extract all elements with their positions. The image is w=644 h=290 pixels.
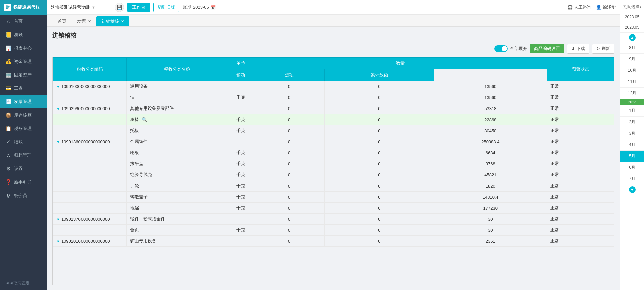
tab-reconcile[interactable]: 进销稽核 ✕ bbox=[96, 16, 129, 26]
sidebar-item-label: 报表中心 bbox=[14, 45, 32, 51]
period-12[interactable]: 12月 bbox=[620, 88, 644, 99]
td-purchase: 0 bbox=[325, 192, 434, 203]
sidebar-item-label: 库存核算 bbox=[14, 112, 32, 118]
period-item-2023-05-1[interactable]: 2023.05 bbox=[620, 12, 644, 22]
td-unit: 千克 bbox=[227, 114, 254, 125]
invoices-icon: 🧾 bbox=[5, 99, 11, 105]
period-6[interactable]: 6月 bbox=[620, 162, 644, 173]
sidebar-item-archive[interactable]: 🗂 归档管理 bbox=[0, 149, 47, 162]
workbench-button[interactable]: 工作台 bbox=[127, 3, 150, 12]
sidebar-pin-toggle[interactable]: ◄◄取消固定 bbox=[0, 276, 47, 290]
sidebar-item-home[interactable]: ⌂ 首页 bbox=[0, 15, 47, 28]
sidebar-item-invoices[interactable]: 🧾 发票管理 bbox=[0, 95, 47, 108]
td-sales: 0 bbox=[254, 225, 325, 236]
table-row: ▼10902010000000000000 矿山专用设备 0 0 2361 正常 bbox=[53, 236, 614, 247]
tab-home[interactable]: 首页 bbox=[52, 16, 72, 26]
sidebar-item-label: 结账 bbox=[14, 139, 23, 145]
period-7[interactable]: 7月 bbox=[620, 173, 644, 185]
period-4[interactable]: 4月 bbox=[620, 139, 644, 151]
period-2[interactable]: 2月 bbox=[620, 117, 644, 128]
company-selector[interactable]: 沈海英测试经营勿删 ▼ bbox=[51, 4, 111, 10]
tab-invoice-close[interactable]: ✕ bbox=[88, 19, 91, 24]
topbar-save-btn[interactable]: 💾 bbox=[115, 3, 124, 12]
td-purchase: 0 bbox=[325, 81, 434, 92]
td-code: ▼10901360000000000000 bbox=[53, 136, 127, 147]
download-button[interactable]: ⬇ 下载 bbox=[567, 44, 589, 54]
period-8[interactable]: 8月 bbox=[620, 42, 644, 54]
toolbar: 全部展开 商品编码设置 ⬇ 下载 ↻ 刷新 bbox=[52, 44, 614, 54]
scroll-down-arrow[interactable]: ▼ bbox=[629, 186, 636, 193]
year-2023[interactable]: 2023 bbox=[620, 99, 644, 105]
th-unit: 单位 bbox=[227, 58, 254, 69]
search-icon[interactable]: 🔍 bbox=[142, 117, 147, 122]
switch-old-button[interactable]: 切到旧版 bbox=[153, 3, 179, 12]
td-unit: 千克 bbox=[227, 169, 254, 180]
sidebar-item-guide[interactable]: ❓ 新手引导 bbox=[0, 175, 47, 189]
td-name: 手轮 bbox=[127, 180, 227, 192]
sidebar-item-funds[interactable]: 💰 资金管理 bbox=[0, 55, 47, 68]
td-total: 177230 bbox=[434, 203, 547, 214]
sidebar-item-assets[interactable]: 🏢 固定资产 bbox=[0, 68, 47, 82]
period-5[interactable]: 5月 bbox=[620, 151, 644, 162]
td-name: 托板 bbox=[127, 125, 227, 136]
tab-invoice[interactable]: 发票 ✕ bbox=[72, 16, 96, 26]
td-name: 金属铸件 bbox=[127, 136, 227, 147]
td-purchase: 0 bbox=[325, 180, 434, 192]
expand-icon[interactable]: ▼ bbox=[56, 239, 60, 243]
expand-icon[interactable]: ▼ bbox=[56, 217, 60, 221]
expand-icon[interactable]: ▼ bbox=[56, 107, 60, 111]
tab-home-label: 首页 bbox=[58, 18, 66, 24]
sidebar-item-payroll[interactable]: 💳 工资 bbox=[0, 82, 47, 95]
sidebar-item-ledger[interactable]: 📒 总账 bbox=[0, 28, 47, 42]
td-status: 正常 bbox=[547, 92, 614, 103]
sidebar-item-settle[interactable]: ✓ 结账 bbox=[0, 135, 47, 149]
chevron-icon: › bbox=[640, 5, 641, 9]
period-3[interactable]: 3月 bbox=[620, 128, 644, 139]
td-sales: 0 bbox=[254, 180, 325, 192]
td-purchase: 0 bbox=[325, 214, 434, 225]
ledger-icon: 📒 bbox=[5, 32, 11, 38]
product-code-settings-button[interactable]: 商品编码设置 bbox=[530, 44, 564, 53]
guide-icon: ❓ bbox=[5, 179, 11, 185]
sidebar-item-tax[interactable]: 📋 税务管理 bbox=[0, 122, 47, 135]
sidebar: 财 畅捷通易代账 ⌂ 首页 📒 总账 📊 报表中心 💰 资金管理 🏢 固定资产 … bbox=[0, 0, 47, 290]
period-11[interactable]: 11月 bbox=[620, 76, 644, 88]
sidebar-item-reports[interactable]: 📊 报表中心 bbox=[0, 42, 47, 55]
sidebar-item-settings[interactable]: ⚙ 设置 bbox=[0, 162, 47, 175]
sidebar-item-inventory[interactable]: 📦 库存核算 bbox=[0, 108, 47, 122]
service-button[interactable]: 🎧 人工咨询 bbox=[567, 4, 591, 10]
calendar-icon[interactable]: 📅 bbox=[210, 5, 216, 10]
td-purchase: 0 bbox=[325, 169, 434, 180]
period-panel-header[interactable]: 期间选择 › bbox=[620, 2, 644, 12]
period-9[interactable]: 9月 bbox=[620, 54, 644, 65]
period-value: 2023-05 bbox=[193, 5, 209, 10]
expand-icon[interactable]: ▼ bbox=[56, 140, 60, 144]
td-purchase: 0 bbox=[325, 203, 434, 214]
td-sales: 0 bbox=[254, 81, 325, 92]
period-item-2023-05-2[interactable]: 2023.05 bbox=[620, 22, 644, 33]
td-unit: 千克 bbox=[227, 125, 254, 136]
sidebar-item-label: 总账 bbox=[14, 32, 23, 38]
td-sales: 0 bbox=[254, 114, 325, 125]
toggle-switch[interactable] bbox=[494, 45, 508, 52]
expand-icon[interactable]: ▼ bbox=[56, 85, 60, 89]
user-menu[interactable]: 👤 徐泽华 bbox=[596, 4, 616, 10]
th-total: 累计数额 bbox=[325, 69, 434, 81]
refresh-button[interactable]: ↻ 刷新 bbox=[592, 44, 614, 54]
sidebar-item-label: 发票管理 bbox=[14, 99, 32, 105]
table-row: ▼10901370000000000000 锻件、粉末冶金件 0 0 30 正常 bbox=[53, 214, 614, 225]
period-1[interactable]: 1月 bbox=[620, 105, 644, 117]
expand-all-toggle[interactable]: 全部展开 bbox=[494, 45, 527, 52]
td-purchase: 0 bbox=[325, 236, 434, 247]
table-row: 托板 千克 0 0 30450 正常 bbox=[53, 125, 614, 136]
sidebar-item-member[interactable]: V 畅会员 bbox=[0, 189, 47, 202]
logo-icon: 财 bbox=[4, 4, 11, 11]
refresh-label: 刷新 bbox=[601, 46, 610, 52]
td-total: 30 bbox=[434, 225, 547, 236]
td-code: ▼10901370000000000000 bbox=[53, 214, 127, 225]
sidebar-item-label: 首页 bbox=[14, 18, 23, 24]
tab-reconcile-close[interactable]: ✕ bbox=[121, 19, 124, 24]
period-title: 期间选择 bbox=[623, 4, 639, 10]
period-10[interactable]: 10月 bbox=[620, 65, 644, 76]
scroll-up-arrow[interactable]: ▲ bbox=[629, 34, 636, 41]
